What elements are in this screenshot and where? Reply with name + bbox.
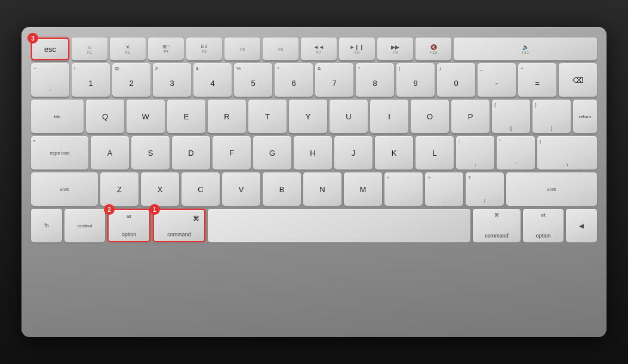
key-9[interactable]: ( 9 — [396, 63, 435, 97]
key-r[interactable]: R — [208, 100, 246, 133]
f3-key[interactable]: ⊞□ F3 — [148, 38, 184, 60]
key-c[interactable]: C — [181, 172, 220, 206]
key-z[interactable]: Z — [100, 172, 138, 206]
f5-key[interactable]: F5 — [224, 38, 260, 60]
fn-row: 3 esc ☼ F1 ☀ F2 ⊞□ F3 ⠿⠿ F4 — [31, 38, 597, 60]
key-v[interactable]: V — [222, 172, 260, 206]
f10-key[interactable]: 🔇 F10 — [415, 38, 451, 60]
key-5[interactable]: % 5 — [234, 63, 272, 97]
option-badge: 2 — [104, 204, 115, 215]
key-x[interactable]: X — [141, 172, 179, 206]
key-backslash[interactable]: | \ — [537, 136, 597, 169]
key-d[interactable]: D — [172, 136, 210, 169]
key-semicolon[interactable]: : ; — [456, 136, 494, 169]
key-8[interactable]: * 8 — [356, 63, 394, 97]
key-p[interactable]: P — [451, 100, 490, 133]
key-6[interactable]: ^ 6 — [275, 63, 313, 97]
spacebar[interactable] — [208, 209, 470, 242]
f4-key[interactable]: ⠿⠿ F4 — [186, 38, 222, 60]
home-row: • caps lock A S D F G H J K L : ; " ' — [31, 136, 597, 169]
key-g[interactable]: G — [253, 136, 291, 169]
key-t[interactable]: T — [248, 100, 287, 133]
number-row: ~ ` ! 1 @ 2 # 3 $ 4 — [31, 63, 597, 97]
qwerty-row: tab Q W E R T Y U I O P { [ } ] — [31, 100, 597, 133]
key-h[interactable]: H — [294, 136, 332, 169]
key-minus[interactable]: _ - — [478, 63, 516, 97]
key-f[interactable]: F — [213, 136, 251, 169]
key-3[interactable]: # 3 — [153, 63, 191, 97]
keyboard-rows: 3 esc ☼ F1 ☀ F2 ⊞□ F3 ⠿⠿ F4 — [31, 38, 597, 242]
key-4[interactable]: $ 4 — [193, 63, 232, 97]
key-2[interactable]: @ 2 — [112, 63, 150, 97]
caps-lock-key[interactable]: • caps lock — [31, 136, 88, 169]
key-quote[interactable]: " ' — [497, 136, 535, 169]
key-slash[interactable]: ? / — [466, 172, 504, 206]
bottom-row: fn control 2 alt option 1 ⌘ command ⌘ — [31, 209, 597, 242]
f6-key[interactable]: F6 — [263, 38, 298, 60]
f8-key[interactable]: ►❙❙ F8 — [339, 38, 375, 60]
fn-key[interactable]: fn — [31, 209, 62, 242]
shift-right-key[interactable]: shift — [506, 172, 597, 206]
f1-key[interactable]: ☼ F1 — [72, 38, 107, 60]
key-bracket-l[interactable]: { [ — [492, 100, 530, 133]
shift-left-key[interactable]: shift - — [31, 172, 98, 206]
key-k[interactable]: K — [375, 136, 413, 169]
key-o[interactable]: O — [411, 100, 449, 133]
arrow-left-key[interactable]: ◄ — [566, 209, 597, 242]
tab-key[interactable]: tab — [31, 100, 84, 133]
key-n[interactable]: N — [303, 172, 341, 206]
f11-key[interactable]: 🔉 F11 — [454, 38, 597, 60]
f7-key[interactable]: ◄◄ F7 — [301, 38, 337, 60]
option-left-key[interactable]: 2 alt option — [107, 209, 150, 242]
key-u[interactable]: U — [330, 100, 368, 133]
key-0[interactable]: ) 0 — [437, 63, 475, 97]
key-equal[interactable]: + = — [518, 63, 556, 97]
key-i[interactable]: I — [370, 100, 408, 133]
esc-label: esc — [44, 45, 56, 53]
keyboard-photo: 3 esc ☼ F1 ☀ F2 ⊞□ F3 ⠿⠿ F4 — [0, 0, 628, 364]
key-1[interactable]: ! 1 — [72, 63, 110, 97]
key-period[interactable]: > . — [425, 172, 463, 206]
key-bracket-r[interactable]: } ] — [532, 100, 571, 133]
keyboard-body: 3 esc ☼ F1 ☀ F2 ⊞□ F3 ⠿⠿ F4 — [21, 27, 607, 337]
key-y[interactable]: Y — [289, 100, 327, 133]
key-j[interactable]: J — [334, 136, 373, 169]
return-key[interactable]: return — [573, 100, 597, 133]
tilde-key[interactable]: ~ ` — [31, 63, 69, 97]
key-7[interactable]: & 7 — [315, 63, 353, 97]
key-b[interactable]: B — [263, 172, 301, 206]
key-e[interactable]: E — [167, 100, 205, 133]
key-w[interactable]: W — [127, 100, 165, 133]
key-q[interactable]: Q — [86, 100, 124, 133]
key-l[interactable]: L — [415, 136, 454, 169]
shift-row: shift - Z X C V B N M < , > . — [31, 172, 597, 206]
key-a[interactable]: A — [91, 136, 129, 169]
key-s[interactable]: S — [131, 136, 170, 169]
key-m[interactable]: M — [344, 172, 382, 206]
esc-key[interactable]: 3 esc — [31, 38, 69, 60]
control-key[interactable]: control — [64, 209, 105, 242]
f9-key[interactable]: ▶▶ F9 — [377, 38, 413, 60]
f2-key[interactable]: ☀ F2 — [110, 38, 146, 60]
command-right-key[interactable]: ⌘ command — [473, 209, 521, 242]
backspace-key[interactable]: ⌫ — [559, 63, 597, 97]
esc-badge: 3 — [27, 33, 38, 44]
option-right-key[interactable]: alt option — [523, 209, 564, 242]
key-comma[interactable]: < , — [384, 172, 423, 206]
command-left-key[interactable]: 1 ⌘ command — [153, 209, 205, 242]
command-badge: 1 — [149, 204, 160, 215]
